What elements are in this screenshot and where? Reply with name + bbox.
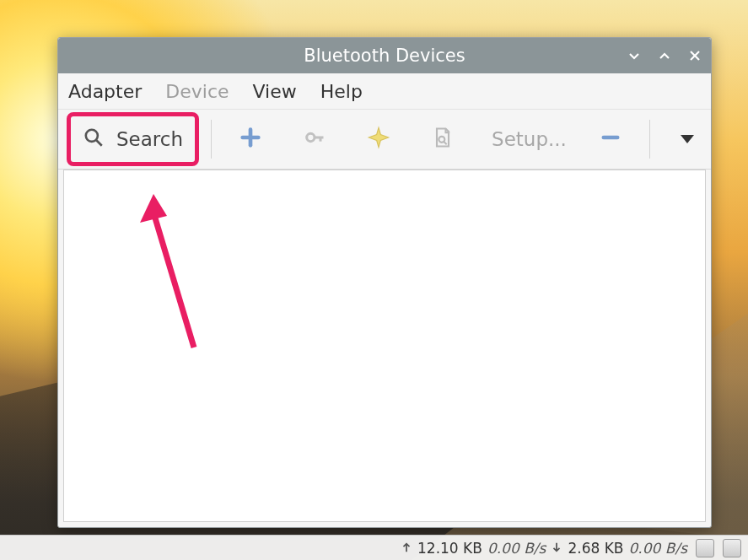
svg-point-2 [86, 130, 98, 142]
svg-point-6 [307, 133, 315, 141]
svg-point-10 [439, 137, 444, 143]
desktop-background: Bluetooth Devices Adapter Device View He… [0, 0, 748, 560]
menu-device[interactable]: Device [165, 81, 229, 102]
net-upload-rate: 0.00 B/s [487, 540, 546, 557]
svg-marker-9 [369, 127, 388, 147]
search-button[interactable]: Search [67, 112, 199, 166]
net-upload-total: 12.10 KB [417, 540, 482, 557]
upload-icon [401, 540, 412, 557]
menu-adapter[interactable]: Adapter [68, 81, 142, 102]
toolbar: Search [58, 110, 711, 170]
svg-line-3 [96, 140, 102, 146]
bluetooth-devices-window: Bluetooth Devices Adapter Device View He… [57, 37, 712, 528]
window-minimize-button[interactable] [655, 46, 674, 65]
window-controls [625, 38, 704, 73]
toolbar-separator-2 [649, 120, 650, 159]
plus-icon [239, 126, 262, 153]
minus-icon [599, 126, 622, 153]
net-download-total: 2.68 KB [568, 540, 623, 557]
window-title: Bluetooth Devices [304, 46, 465, 66]
remove-device-button[interactable] [582, 119, 639, 159]
menubar: Adapter Device View Help [58, 73, 711, 110]
tray-icon-1[interactable] [696, 539, 714, 557]
trust-device-button[interactable] [350, 119, 407, 159]
star-icon [367, 126, 390, 153]
toolbar-overflow-dropdown[interactable] [681, 135, 694, 143]
download-icon [551, 540, 562, 557]
titlebar[interactable]: Bluetooth Devices [58, 38, 711, 73]
toolbar-separator [211, 120, 212, 159]
send-file-icon [431, 126, 455, 153]
send-file-button[interactable] [414, 119, 471, 159]
setup-button[interactable]: Setup... [478, 119, 575, 159]
add-device-button[interactable] [222, 119, 279, 159]
window-shade-button[interactable] [625, 46, 643, 65]
device-list-area[interactable] [63, 170, 706, 522]
pair-key-button[interactable] [286, 119, 343, 159]
search-button-label: Search [116, 128, 183, 150]
setup-button-label: Setup... [492, 128, 567, 150]
window-close-button[interactable] [686, 46, 704, 65]
key-icon [303, 126, 326, 153]
tray-icon-2[interactable] [723, 539, 741, 557]
search-icon [83, 127, 105, 152]
menu-help[interactable]: Help [320, 81, 363, 102]
net-download-rate: 0.00 B/s [628, 540, 687, 557]
taskbar: 12.10 KB 0.00 B/s 2.68 KB 0.00 B/s [0, 535, 748, 560]
svg-line-11 [444, 142, 446, 144]
menu-view[interactable]: View [253, 81, 297, 102]
